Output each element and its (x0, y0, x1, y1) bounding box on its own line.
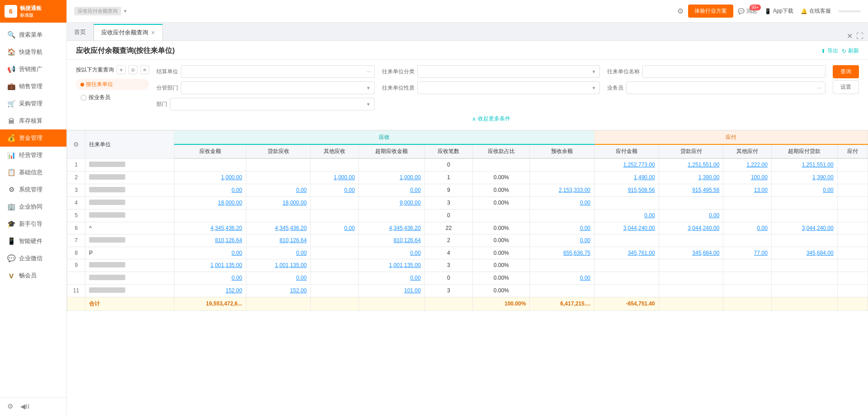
link-value[interactable]: 13.00 (754, 187, 768, 193)
refresh-button[interactable]: ↻ 刷新 (842, 47, 859, 55)
link-value[interactable]: 345,684.00 (807, 250, 834, 256)
link-value[interactable]: 3,044,240.00 (802, 225, 834, 231)
link-value[interactable]: 18,000.00 (218, 200, 242, 206)
online-service-button[interactable]: 🔔 在线客服 (801, 7, 831, 15)
link-value[interactable]: 0.00 (231, 275, 242, 281)
sidebar-item-marketing[interactable]: 📢 营销推广 (0, 61, 66, 78)
link-value[interactable]: 345,761.00 (628, 250, 655, 256)
link-value[interactable]: 0.00 (410, 187, 420, 193)
link-value[interactable]: 1,251,551.00 (802, 162, 834, 168)
salesperson-input[interactable]: ··· (626, 81, 826, 94)
link-value[interactable]: 0.00 (709, 212, 719, 219)
sidebar-item-basic[interactable]: 📋 基础信息 (0, 164, 66, 181)
sidebar-item-corp[interactable]: 🏢 企业协同 (0, 198, 66, 215)
link-value[interactable]: 0.00 (580, 200, 590, 206)
link-value[interactable]: 810,126.64 (394, 237, 421, 243)
link-value[interactable]: 0.00 (344, 187, 355, 193)
sidebar-item-search[interactable]: 🔍 搜索菜单 (0, 26, 66, 43)
settlement-input[interactable]: ··· (181, 65, 375, 78)
link-value[interactable]: 0.00 (580, 275, 590, 281)
link-value[interactable]: 0.00 (580, 225, 590, 231)
tab-close-window-icon[interactable]: ✕ (847, 32, 853, 40)
query-button[interactable]: 查询 (833, 65, 859, 78)
sidebar-item-business[interactable]: 📊 经营管理 (0, 147, 66, 164)
link-value[interactable]: 0.00 (296, 250, 307, 256)
link-value[interactable]: 0.00 (410, 275, 420, 281)
link-value[interactable]: 3,044,240.00 (623, 225, 655, 231)
link-value[interactable]: 4,345,436.20 (389, 225, 421, 231)
link-value[interactable]: 152.00 (226, 287, 242, 294)
link-value[interactable]: 1,390.00 (812, 174, 834, 181)
link-value[interactable]: 345,684.00 (692, 250, 719, 256)
app-download-button[interactable]: 📱 App下载 (764, 7, 793, 15)
settings-button[interactable]: 设置 (833, 80, 859, 94)
link-value[interactable]: 1,001,135.00 (389, 262, 421, 268)
link-value[interactable]: 810,126.64 (215, 237, 242, 243)
sidebar-item-quick[interactable]: 🏠 快捷导航 (0, 43, 66, 61)
export-button[interactable]: ⬆ 导出 (821, 47, 838, 55)
link-value[interactable]: 4,345,436.20 (211, 225, 242, 231)
link-value[interactable]: 0.00 (644, 212, 655, 219)
link-value[interactable]: 1,001,135.00 (275, 262, 307, 268)
link-value[interactable]: 0.00 (231, 187, 242, 193)
filter-by-staff[interactable]: 按业务员 (76, 92, 149, 103)
link-value[interactable]: 1,252,773.00 (623, 162, 655, 168)
collapse-sidebar-icon[interactable]: ◀II (20, 402, 29, 410)
link-value[interactable]: 1,222.00 (746, 162, 768, 168)
table-settings-icon[interactable]: ⚙ (73, 141, 79, 148)
link-value[interactable]: 1,390.00 (698, 174, 720, 181)
sidebar-item-finance[interactable]: 💰 资金管理 (0, 129, 66, 147)
link-value[interactable]: 4,345,436.20 (275, 225, 307, 231)
link-value[interactable]: 655,636.75 (563, 250, 590, 256)
link-value[interactable]: 1,001,135.00 (211, 262, 242, 268)
trial-button[interactable]: 体验行业方案 (688, 5, 733, 18)
sidebar-item-hardware[interactable]: 📱 智能硬件 (0, 233, 66, 250)
link-value[interactable]: 0.00 (823, 187, 833, 193)
link-value[interactable]: 9,000.00 (400, 200, 421, 206)
sidebar-item-sales[interactable]: 💼 销售管理 (0, 78, 66, 95)
dept-input[interactable]: ▼ (170, 98, 375, 110)
tab-close-icon[interactable]: ✕ (151, 30, 155, 36)
tab-receivable[interactable]: 应收应付余额查询 ✕ (94, 24, 163, 40)
link-value[interactable]: 101.00 (404, 287, 421, 294)
add-scheme-icon[interactable]: + (117, 65, 126, 74)
partner-category-input[interactable]: ▼ (417, 65, 600, 78)
link-value[interactable]: 1,000.00 (334, 174, 355, 181)
collapse-filters-button[interactable]: ∧ 收起更多条件 (156, 113, 826, 124)
link-value[interactable]: 1,251,551.00 (688, 162, 719, 168)
target-scheme-icon[interactable]: ⊙ (128, 65, 137, 74)
collapse-scheme-icon[interactable]: « (140, 65, 149, 74)
link-value[interactable]: 0.00 (296, 187, 307, 193)
link-value[interactable]: 0.00 (757, 225, 768, 231)
sidebar-item-wechat[interactable]: 💬 企业微信 (0, 250, 66, 267)
partner-nature-input[interactable]: ▼ (417, 81, 600, 94)
sidebar-item-member[interactable]: V 畅会员 (0, 267, 66, 284)
link-value[interactable]: 0.00 (410, 250, 420, 256)
link-value[interactable]: 1,000.00 (221, 174, 242, 181)
link-value[interactable]: 0.00 (231, 250, 242, 256)
link-value[interactable]: 2,153,333.00 (559, 187, 590, 193)
link-value[interactable]: 100.00 (751, 174, 768, 181)
link-value[interactable]: 77.00 (754, 250, 768, 256)
link-value[interactable]: 0.00 (296, 275, 307, 281)
header-gear-icon[interactable]: ⚙ (677, 7, 684, 15)
link-value[interactable]: 152.00 (290, 287, 307, 294)
link-value[interactable]: 18,000.00 (283, 200, 307, 206)
link-value[interactable]: 1,490.00 (634, 174, 655, 181)
user-button[interactable] (838, 10, 861, 12)
link-value[interactable]: 915,508.56 (628, 187, 655, 193)
settings-bottom-icon[interactable]: ⚙ (7, 402, 13, 410)
sidebar-item-system[interactable]: ⚙ 系统管理 (0, 181, 66, 198)
dept-managed-input[interactable]: ▼ (181, 81, 375, 94)
link-value[interactable]: 0.00 (580, 237, 590, 243)
message-button[interactable]: 💬 消息 99+ (738, 7, 757, 15)
sidebar-item-purchase[interactable]: 🛒 采购管理 (0, 95, 66, 112)
filter-by-partner[interactable]: 按往来单位 (76, 79, 149, 90)
link-value[interactable]: 3,044,240.00 (688, 225, 719, 231)
sidebar-item-inventory[interactable]: 🏛 库存核算 (0, 112, 66, 129)
link-value[interactable]: 810,126.64 (279, 237, 307, 243)
tab-expand-icon[interactable]: ⛶ (856, 32, 863, 40)
sidebar-item-guide[interactable]: 🎓 新手引导 (0, 215, 66, 233)
link-value[interactable]: 915,495.56 (692, 187, 719, 193)
link-value[interactable]: 0.00 (344, 225, 355, 231)
